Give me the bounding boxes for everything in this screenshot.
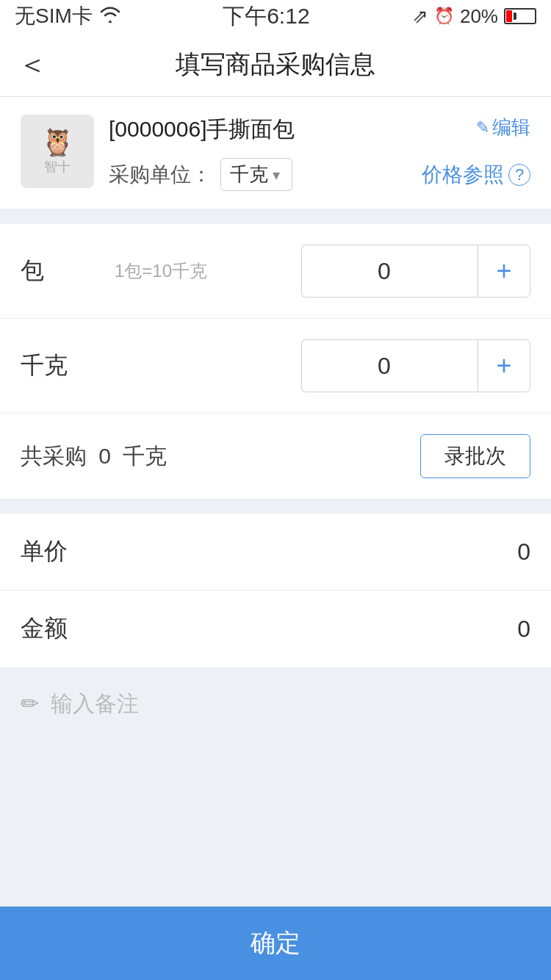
page-title: 填写商品采购信息 [176,48,375,82]
bag-input-section: 包 1包=10千克 + 千克 + [0,224,551,414]
unit-price-label: 单价 [21,536,68,568]
bag-hint: 1包=10千克 [115,259,301,283]
section-divider-1 [0,209,551,224]
alarm-icon: ⏰ [434,7,454,26]
wifi-icon [100,4,120,28]
remark-placeholder: 输入备注 [51,689,139,719]
price-ref-label: 价格参照 [422,161,504,189]
product-logo: 🦉 智十 [41,128,74,174]
unit-value: 千克 [230,162,268,187]
confirm-button[interactable]: 确定 [0,907,551,980]
amount-label: 金额 [21,613,68,645]
product-thumbnail: 🦉 智十 [21,115,94,188]
price-section: 单价 0 金额 0 [0,514,551,667]
help-icon[interactable]: ? [508,164,530,186]
bag-plus-button[interactable]: + [478,245,530,298]
pencil-icon: ✏ [21,691,39,716]
status-bar: 无SIM卡 下午6:12 ⇗ ⏰ 20% [0,0,551,32]
chevron-down-icon: ▾ [273,166,280,184]
kg-label: 千克 [21,350,109,382]
back-button[interactable]: ＜ [18,44,47,84]
product-card: 🦉 智十 [0000006]手撕面包 ✎ 编辑 采购单位： 千克 ▾ [0,97,551,209]
bag-input[interactable] [301,245,478,298]
unit-price-row: 单价 0 [0,514,551,591]
kg-input-group: + [301,339,530,392]
bag-input-group: + [301,245,530,298]
location-icon: ⇗ [412,5,428,28]
battery-percent: 20% [460,5,498,28]
total-prefix: 共采购 [21,444,87,468]
product-top-row: [0000006]手撕面包 ✎ 编辑 [109,115,530,145]
nav-bar: ＜ 填写商品采购信息 [0,32,551,97]
kg-input[interactable] [301,339,478,392]
amount-value: 0 [517,616,530,643]
price-ref-link[interactable]: 价格参照 ? [422,161,530,189]
bag-input-row: 包 1包=10千克 + [0,224,551,319]
unit-label: 采购单位： [109,161,212,189]
battery-icon [504,8,536,24]
edit-icon: ✎ [476,118,489,137]
amount-row: 金额 0 [0,591,551,667]
unit-select[interactable]: 千克 ▾ [220,158,292,191]
product-unit-row: 采购单位： 千克 ▾ 价格参照 ? [109,158,530,191]
status-right: ⇗ ⏰ 20% [412,5,536,28]
carrier-text: 无SIM卡 [15,2,93,30]
status-time: 下午6:12 [223,1,309,32]
remark-area[interactable]: ✏ 输入备注 [0,667,551,799]
edit-label: 编辑 [492,115,530,140]
kg-input-row: 千克 + [0,319,551,414]
unit-price-value: 0 [517,538,530,566]
total-amount: 0 [98,444,111,468]
product-info: [0000006]手撕面包 ✎ 编辑 采购单位： 千克 ▾ 价格参照 [109,115,530,191]
section-divider-2 [0,499,551,514]
total-text: 共采购 0 千克 [21,442,167,472]
bag-label: 包 [21,255,109,287]
batch-button[interactable]: 录批次 [420,434,530,478]
product-name: [0000006]手撕面包 [109,115,295,145]
total-row: 共采购 0 千克 录批次 [0,414,551,499]
kg-plus-button[interactable]: + [478,339,530,392]
status-left: 无SIM卡 [15,2,120,30]
edit-link[interactable]: ✎ 编辑 [476,115,530,140]
total-unit: 千克 [123,444,167,468]
